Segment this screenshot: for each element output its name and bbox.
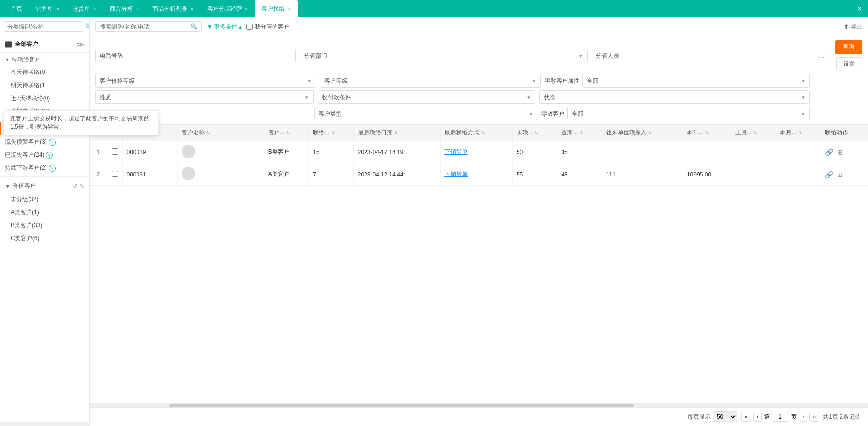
- sidebar-search-icon[interactable]: 🔍: [85, 23, 90, 30]
- nav-purchase-close[interactable]: ×: [93, 6, 96, 12]
- row-2-checkbox[interactable]: [112, 171, 118, 177]
- first-page-button[interactable]: «: [741, 412, 751, 422]
- value-group-title[interactable]: ▼ 价值客户 ↺ ✎: [0, 179, 89, 193]
- page-navigation: « ‹ 第 页 › »: [741, 412, 819, 422]
- query-button[interactable]: 查询: [835, 40, 862, 54]
- col-last-month: 上月... ⇅: [731, 125, 776, 141]
- nav-product-analysis[interactable]: 商品分析 ×: [103, 0, 146, 17]
- export-button[interactable]: ⬆ 导出: [844, 23, 862, 31]
- main-search-icon[interactable]: 🔍: [190, 23, 198, 30]
- customers-table: 客户编码 ⇅ 客户名称 ⇅ 客户...: [90, 125, 868, 186]
- filter-row-4: ··· 客户类型 ▼ 零散客户 全部 ▼: [95, 107, 862, 120]
- row-2-link-icon[interactable]: 🔗: [825, 171, 833, 178]
- window-close-button[interactable]: ×: [857, 4, 862, 14]
- person-dots[interactable]: ...: [817, 51, 827, 60]
- sort-this-year-icon[interactable]: ⇅: [705, 130, 709, 135]
- filter-row-2: 客户价格等级 ▼ 客户等级 ▼ 零散客户属性 全部 ▼: [95, 74, 862, 88]
- row-1-last-method[interactable]: 下销货单: [440, 141, 512, 163]
- row-2-action-icons: 🔗 ⊞: [825, 171, 864, 178]
- sidebar-item-ungrouped[interactable]: 未分组(32): [0, 193, 89, 206]
- sort-uncontacted-icon[interactable]: ⇅: [534, 130, 538, 135]
- row-2-last-method[interactable]: 下销货单: [440, 163, 512, 186]
- sort-type-icon[interactable]: ⇅: [286, 130, 290, 135]
- page-size-select-input[interactable]: 50 100: [713, 411, 737, 422]
- row-1-grid-icon[interactable]: ⊞: [837, 148, 843, 156]
- col-name: 客户名称 ⇅: [177, 125, 264, 141]
- nav-purchase[interactable]: 进货单 ×: [66, 0, 103, 17]
- phone-field[interactable]: 电话号码: [95, 49, 296, 62]
- page-number-input[interactable]: [772, 412, 789, 422]
- sort-this-month-icon[interactable]: ⇅: [798, 130, 802, 135]
- customer-level-field[interactable]: 客户等级 ▼: [320, 74, 541, 88]
- nav-product-list-close[interactable]: ×: [190, 6, 193, 12]
- row-2-grid-icon[interactable]: ⊞: [837, 171, 843, 178]
- sidebar-item-b-class[interactable]: B类客户(33): [0, 219, 89, 232]
- scroll-thumb[interactable]: [169, 404, 634, 407]
- price-level-arrow: ▼: [307, 78, 312, 84]
- sidebar-item-a-class[interactable]: A类客户(1): [0, 206, 89, 219]
- value-group-edit-icon[interactable]: ✎: [79, 183, 84, 190]
- main-search-input[interactable]: [100, 23, 188, 30]
- horizontal-scrollbar[interactable]: [90, 403, 868, 407]
- retail-attr-field[interactable]: 全部 ▼: [582, 74, 810, 88]
- churned-help-icon[interactable]: ?: [46, 152, 53, 159]
- table-row: 2 000031 A类客户 7 2023-04-12 14:44: 下销货单: [90, 163, 868, 186]
- my-customers-check[interactable]: [246, 24, 253, 30]
- my-customers-checkbox[interactable]: 我分管的客户: [246, 23, 289, 31]
- churn-warning-help-icon[interactable]: ?: [49, 139, 56, 146]
- nav-home[interactable]: 首页: [4, 0, 29, 17]
- customer-type-arrow: ▼: [528, 111, 533, 117]
- table-row: 1 000039 B类客户 15 2023-04-17 14:19: 下销货单: [90, 141, 868, 163]
- nav-customer-contact[interactable]: 客户联络 ×: [255, 0, 297, 17]
- nav-product-list[interactable]: 商品分析列表 ×: [146, 0, 200, 17]
- value-group-refresh-icon[interactable]: ↺: [73, 183, 77, 190]
- sort-name-icon[interactable]: ⇅: [206, 130, 210, 135]
- pending-group-title[interactable]: ▼ 待联络客户: [0, 53, 89, 66]
- sort-contact-icon[interactable]: ⇅: [331, 130, 335, 135]
- nav-customer-tier[interactable]: 客户分层经营 ×: [200, 0, 255, 17]
- more-conditions-button[interactable]: ▼ 更多条件 ▴: [207, 23, 242, 31]
- sidebar-item-tomorrow[interactable]: 明天待联络(1): [0, 79, 89, 92]
- all-customers-title[interactable]: ⬛ 全部客户 ≫: [0, 36, 89, 53]
- sort-overdue-icon[interactable]: ⇅: [579, 130, 583, 135]
- collapse-button[interactable]: ≫: [77, 41, 84, 48]
- status-field[interactable]: 状态 ▼: [539, 90, 810, 104]
- row-2-this-year: 10995.00: [683, 163, 731, 186]
- declining-help-icon[interactable]: ?: [49, 165, 56, 172]
- nav-sales-close[interactable]: ×: [56, 6, 59, 12]
- nav-sales[interactable]: 销售单 ×: [29, 0, 66, 17]
- row-1-name[interactable]: [177, 141, 264, 163]
- dept-field[interactable]: 分管部门 ▼: [300, 49, 587, 62]
- prev-page-button[interactable]: ‹: [753, 412, 762, 422]
- row-1-link-icon[interactable]: 🔗: [825, 148, 833, 156]
- top-nav: 首页 销售单 × 进货单 × 商品分析 × 商品分析列表 × 客户分层经营 × …: [0, 0, 868, 17]
- next-page-button[interactable]: ›: [799, 412, 807, 422]
- nav-customer-contact-close[interactable]: ×: [288, 6, 290, 12]
- sidebar-scroll[interactable]: [0, 422, 89, 426]
- row-1-checkbox[interactable]: [112, 148, 118, 155]
- sidebar-item-c-class[interactable]: C类客户(6): [0, 232, 89, 245]
- set-button[interactable]: 设置: [836, 57, 862, 71]
- sidebar-item-7days[interactable]: 近7天待联络(0): [0, 92, 89, 105]
- sort-last-method-icon[interactable]: ⇅: [481, 130, 485, 135]
- table-body: 1 000039 B类客户 15 2023-04-17 14:19: 下销货单: [90, 141, 868, 186]
- last-page-button[interactable]: »: [809, 412, 820, 422]
- sidebar-item-today[interactable]: 今天待联络(0): [0, 66, 89, 79]
- payment-field[interactable]: 收付款条件 ▼: [318, 90, 536, 104]
- sidebar-item-churn-warning[interactable]: 流失预警客户(3) ?: [0, 135, 89, 148]
- sort-unit-contact-icon[interactable]: ⇅: [648, 130, 652, 135]
- sidebar-search-input[interactable]: [4, 21, 83, 32]
- person-field[interactable]: 分管人员 ...: [592, 49, 831, 62]
- row-2-name[interactable]: [177, 163, 264, 186]
- sort-last-date-icon[interactable]: ⇅: [394, 130, 398, 135]
- retail-customer-field[interactable]: 全部 ▼: [567, 107, 810, 120]
- price-level-field[interactable]: 客户价格等级 ▼: [95, 74, 316, 88]
- row-1-checkbox-cell: [107, 141, 122, 163]
- sidebar-item-churned[interactable]: 已流失客户(24) ?: [0, 148, 89, 162]
- gender-field[interactable]: 性质 ▼: [95, 90, 314, 104]
- sidebar-item-declining[interactable]: 持续下滑客户(2) ?: [0, 162, 89, 175]
- nav-product-analysis-close[interactable]: ×: [136, 6, 139, 12]
- customer-type-field[interactable]: 客户类型 ▼: [314, 107, 538, 120]
- nav-customer-tier-close[interactable]: ×: [245, 6, 248, 12]
- sort-last-month-icon[interactable]: ⇅: [753, 130, 757, 135]
